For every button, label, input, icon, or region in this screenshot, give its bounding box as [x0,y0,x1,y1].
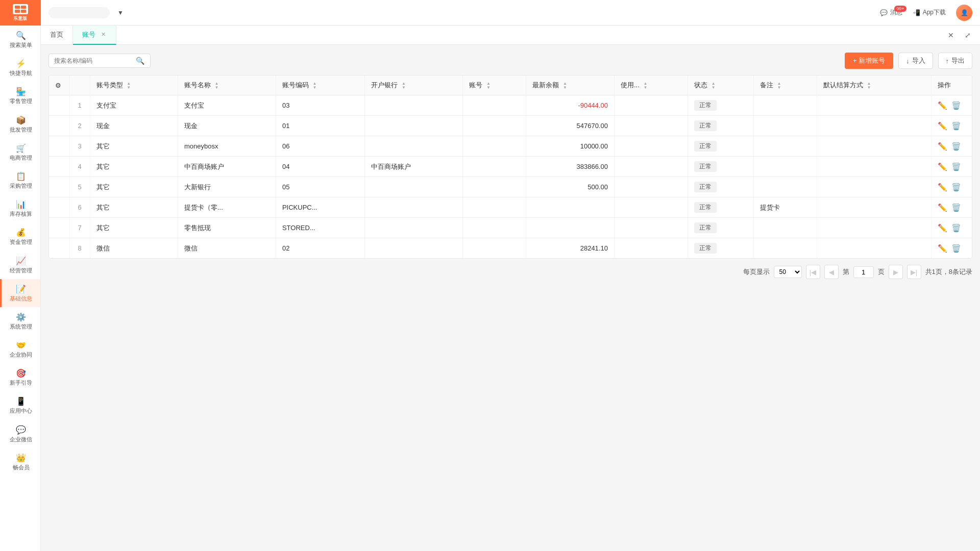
row-bank: 中百商场账户 [365,157,463,177]
search-input[interactable] [54,57,136,64]
col-balance[interactable]: 最新余额 ▲▼ [526,76,614,95]
tab-bar: 首页 账号 ✕ ✕ ⤢ [41,26,980,45]
sidebar-item-operations-mgmt[interactable]: 📈 经营管理 [0,251,40,279]
sidebar-item-beginner-guide[interactable]: 🎯 新手引导 [0,363,40,391]
search-wrap[interactable]: 🔍 [48,54,151,68]
delete-btn[interactable]: 🗑️ [951,244,961,253]
toolbar-left: 🔍 [48,54,151,68]
row-code: STORED... [276,218,365,238]
sidebar-item-app-center[interactable]: 📱 应用中心 [0,391,40,419]
delete-btn[interactable]: 🗑️ [951,183,961,192]
col-usage[interactable]: 使用... ▲▼ [614,76,688,95]
sidebar-item-purchase-mgmt[interactable]: 📋 采购管理 [0,166,40,194]
row-status: 正常 [688,95,754,116]
beginner-guide-icon: 🎯 [16,368,26,378]
edit-btn[interactable]: ✏️ [938,162,947,171]
row-balance [526,218,614,238]
sidebar-item-label-enterprise-agreement: 企业协同 [10,352,32,358]
sidebar-item-enterprise-wechat[interactable]: 💬 企业微信 [0,420,40,448]
table-row: 6 其它 提货卡（零... PICKUPC... 正常 提货卡 ✏️ 🗑️ [49,197,972,218]
sidebar-item-wholesale-mgmt[interactable]: 📦 批发管理 [0,110,40,138]
add-account-button[interactable]: + 新增账号 [845,53,893,69]
message-btn[interactable]: 💬 消息 99+ [880,8,902,17]
col-code[interactable]: 账号编码 ▲▼ [276,76,365,95]
row-settings-cell [49,157,69,177]
tab-account[interactable]: 账号 ✕ [73,26,116,45]
delete-btn[interactable]: 🗑️ [951,121,961,131]
system-mgmt-icon: ⚙️ [16,312,26,322]
sidebar-item-retail-mgmt[interactable]: 🏪 零售管理 [0,82,40,110]
col-bank[interactable]: 开户银行 ▲▼ [365,76,463,95]
export-button[interactable]: ↑ 导出 [938,53,973,69]
sidebar-item-ecommerce-mgmt[interactable]: 🛒 电商管理 [0,138,40,166]
col-account[interactable]: 账号 ▲▼ [463,76,526,95]
top-search-input[interactable] [55,9,95,16]
row-bank [365,136,463,157]
edit-btn[interactable]: ✏️ [938,121,947,131]
sidebar-item-quick-nav[interactable]: ⚡ 快捷导航 [0,54,40,82]
col-actions-label: 操作 [938,81,951,89]
row-name: 微信 [178,238,276,259]
tab-home[interactable]: 首页 [41,26,73,45]
page-first-btn[interactable]: |◀ [806,265,820,279]
row-actions: ✏️ 🗑️ [931,238,972,259]
sidebar-item-search-menu[interactable]: 🔍 搜索菜单 [0,26,40,54]
page-prev-btn[interactable]: ◀ [824,265,839,279]
tab-close-btn[interactable]: ✕ [100,31,107,38]
app-download-btn[interactable]: 📲 App下载 [913,8,946,17]
delete-btn[interactable]: 🗑️ [951,223,961,233]
accounts-table: ⚙ 账号类型 ▲▼ 账号名称 ▲▼ 账号编码 ▲▼ [49,76,972,258]
edit-btn[interactable]: ✏️ [938,101,947,110]
edit-btn[interactable]: ✏️ [938,244,947,253]
top-search-box[interactable] [48,7,110,18]
delete-btn[interactable]: 🗑️ [951,142,961,151]
logo-svg [15,6,26,13]
row-status: 正常 [688,197,754,218]
row-bank [365,238,463,259]
page-size-label: 每页显示 [743,267,770,277]
sidebar-item-system-mgmt[interactable]: ⚙️ 系统管理 [0,307,40,335]
col-status-label: 状态 [694,81,707,89]
sidebar-item-basic-info[interactable]: 📝 基础信息 [0,279,40,307]
col-remark[interactable]: 备注 ▲▼ [753,76,817,95]
edit-btn[interactable]: ✏️ [938,142,947,151]
row-actions: ✏️ 🗑️ [931,95,972,116]
page-label: 第 [843,267,849,277]
table-row: 5 其它 大新银行 05 500.00 正常 ✏️ 🗑️ [49,177,972,197]
tab-maximize-btn[interactable]: ⤢ [961,28,975,42]
sidebar-item-label-wholesale-mgmt: 批发管理 [10,127,32,133]
status-badge: 正常 [694,243,717,254]
sidebar-item-member[interactable]: 👑 畅会员 [0,448,40,476]
col-type[interactable]: 账号类型 ▲▼ [90,76,178,95]
page-number-input[interactable] [853,266,874,278]
edit-btn[interactable]: ✏️ [938,203,947,212]
col-status[interactable]: 状态 ▲▼ [688,76,754,95]
page-next-btn[interactable]: ▶ [889,265,903,279]
page-size-select[interactable]: 50 100 200 [774,266,802,278]
sidebar-item-enterprise-agreement[interactable]: 🤝 企业协同 [0,335,40,363]
col-account-sort: ▲▼ [486,82,491,90]
sidebar-item-inventory-check[interactable]: 📊 库存核算 [0,194,40,222]
delete-btn[interactable]: 🗑️ [951,101,961,110]
row-type: 其它 [90,218,178,238]
col-actions: 操作 [931,76,972,95]
col-name[interactable]: 账号名称 ▲▼ [178,76,276,95]
row-remark [753,157,817,177]
col-settings[interactable]: ⚙ [49,76,69,95]
delete-btn[interactable]: 🗑️ [951,162,961,171]
import-button[interactable]: ↓ 导入 [898,53,933,69]
col-default-settle[interactable]: 默认结算方式 ▲▼ [817,76,931,95]
user-avatar[interactable]: 👤 [956,5,972,21]
search-icon[interactable]: 🔍 [136,57,144,65]
edit-btn[interactable]: ✏️ [938,223,947,233]
tab-minimize-btn[interactable]: ✕ [944,28,958,42]
row-name: 现金 [178,116,276,136]
sidebar-item-capital-mgmt[interactable]: 💰 资金管理 [0,222,40,251]
header-dropdown[interactable]: ▼ [117,9,124,16]
delete-btn[interactable]: 🗑️ [951,203,961,212]
page-last-btn[interactable]: ▶| [907,265,921,279]
row-remark: 提货卡 [753,197,817,218]
row-balance: 383866.00 [526,157,614,177]
tab-home-label: 首页 [50,30,63,39]
edit-btn[interactable]: ✏️ [938,183,947,192]
